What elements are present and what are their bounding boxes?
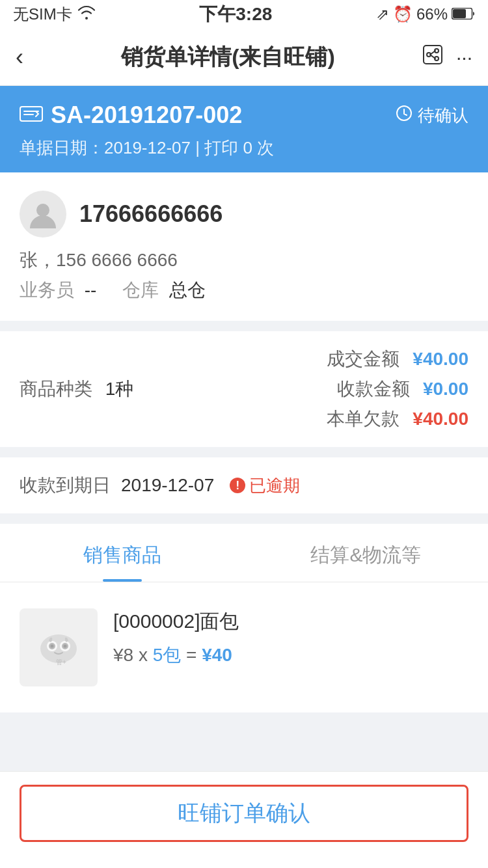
status-right: ⇗ ⏰ 66% xyxy=(376,5,475,23)
svg-rect-1 xyxy=(453,9,466,18)
debt-label: 本单欠款 xyxy=(327,407,400,431)
status-clock-icon xyxy=(396,105,413,126)
product-item: 管+ [0000002]面包 ¥8 x 5包 = ¥40 xyxy=(20,595,468,699)
svg-point-3 xyxy=(435,49,439,53)
equals-sign: = xyxy=(181,645,202,665)
product-thumbnail: 管+ xyxy=(20,608,98,686)
page-title: 销货单详情(来自旺铺) xyxy=(34,42,422,72)
overdue-text: 已逾期 xyxy=(249,474,300,497)
nav-bar: ‹ 销货单详情(来自旺铺) ··· xyxy=(0,29,488,86)
location-icon: ⇗ xyxy=(376,5,389,23)
more-button[interactable]: ··· xyxy=(456,46,472,68)
warehouse-info: 仓库 总仓 xyxy=(122,278,206,303)
summary-left: 商品种类 1种 xyxy=(20,347,327,431)
wifi-icon xyxy=(77,5,96,23)
customer-top: 17666666666 xyxy=(20,191,468,237)
customer-section: 17666666666 张，156 6666 6666 业务员 -- 仓库 总仓 xyxy=(0,172,488,321)
product-price: ¥8 xyxy=(113,645,133,665)
warehouse-value: 总仓 xyxy=(169,280,206,300)
amount-row: 成交金额 ¥40.00 xyxy=(327,347,468,372)
debt-value: ¥40.00 xyxy=(413,409,468,429)
salesman-info: 业务员 -- xyxy=(20,278,96,303)
tab-settlement[interactable]: 结算&物流等 xyxy=(244,524,488,582)
order-id: SA-20191207-002 xyxy=(20,102,242,129)
overdue-badge: ! 已逾期 xyxy=(230,474,300,497)
product-type-label: 商品种类 xyxy=(20,379,92,399)
product-info: [0000002]面包 ¥8 x 5包 = ¥40 xyxy=(113,608,468,686)
due-date-value: 2019-12-07 xyxy=(121,475,214,496)
order-meta: 单据日期：2019-12-07 | 打印 0 次 xyxy=(20,137,468,159)
amount-value: ¥40.00 xyxy=(413,349,468,370)
svg-point-14 xyxy=(51,645,54,648)
bottom-bar: 旺铺订单确认 xyxy=(0,771,488,868)
product-total: ¥40 xyxy=(202,645,232,665)
svg-point-4 xyxy=(435,57,439,61)
tabs-bar: 销售商品 结算&物流等 xyxy=(0,524,488,582)
warehouse-label: 仓库 xyxy=(122,280,159,300)
carrier-text: 无SIM卡 xyxy=(13,4,72,25)
summary-right: 成交金额 ¥40.00 收款金额 ¥0.00 本单欠款 ¥40.00 xyxy=(327,347,468,431)
debt-row: 本单欠款 ¥40.00 xyxy=(327,407,468,431)
order-id-icon xyxy=(20,102,43,129)
status-bar: 无SIM卡 下午3:28 ⇗ ⏰ 66% xyxy=(0,0,488,29)
amount-label: 成交金额 xyxy=(327,347,400,372)
status-left: 无SIM卡 xyxy=(13,4,96,25)
salesman-label: 业务员 xyxy=(20,280,74,300)
product-name: [0000002]面包 xyxy=(113,608,468,635)
battery-text: 66% xyxy=(416,5,448,23)
order-status: 待确认 xyxy=(396,104,468,127)
salesman-value: -- xyxy=(85,280,97,300)
received-row: 收款金额 ¥0.00 xyxy=(337,377,468,401)
share-button[interactable] xyxy=(422,44,443,70)
back-button[interactable]: ‹ xyxy=(16,44,23,71)
tabs-section: 销售商品 结算&物流等 管+ xyxy=(0,524,488,712)
order-header-card: SA-20191207-002 待确认 单据日期：2019-12-07 | 打印… xyxy=(0,86,488,172)
summary-section: 商品种类 1种 成交金额 ¥40.00 收款金额 ¥0.00 本单欠款 ¥40.… xyxy=(0,331,488,447)
order-id-text: SA-20191207-002 xyxy=(51,102,242,129)
due-date-section: 收款到期日 2019-12-07 ! 已逾期 xyxy=(0,457,488,513)
product-type-info: 商品种类 1种 xyxy=(20,377,133,401)
customer-name-info: 张，156 6666 6666 xyxy=(20,248,468,273)
alarm-icon: ⏰ xyxy=(393,5,413,23)
tab-products[interactable]: 销售商品 xyxy=(0,524,244,582)
status-time: 下午3:28 xyxy=(199,2,272,27)
order-header-top: SA-20191207-002 待确认 xyxy=(20,102,468,129)
overdue-icon: ! xyxy=(230,478,245,493)
product-type-value: 1种 xyxy=(105,379,134,399)
svg-text:管+: 管+ xyxy=(56,658,66,666)
product-list: 管+ [0000002]面包 ¥8 x 5包 = ¥40 xyxy=(0,582,488,712)
status-text: 待确认 xyxy=(418,104,468,127)
customer-phone: 17666666666 xyxy=(79,200,223,228)
received-value: ¥0.00 xyxy=(423,379,468,400)
battery-icon xyxy=(452,5,475,23)
product-qty: 5包 xyxy=(153,645,182,665)
received-label: 收款金额 xyxy=(337,377,410,401)
svg-point-8 xyxy=(36,204,49,217)
customer-meta: 业务员 -- 仓库 总仓 xyxy=(20,278,468,303)
due-date-label: 收款到期日 xyxy=(20,473,111,498)
svg-point-5 xyxy=(427,53,431,57)
confirm-order-button[interactable]: 旺铺订单确认 xyxy=(20,785,468,842)
product-price-row: ¥8 x 5包 = ¥40 xyxy=(113,643,468,668)
nav-actions: ··· xyxy=(422,44,472,70)
avatar xyxy=(20,191,66,237)
svg-point-15 xyxy=(64,645,67,648)
multiply-sign: x xyxy=(133,645,153,665)
